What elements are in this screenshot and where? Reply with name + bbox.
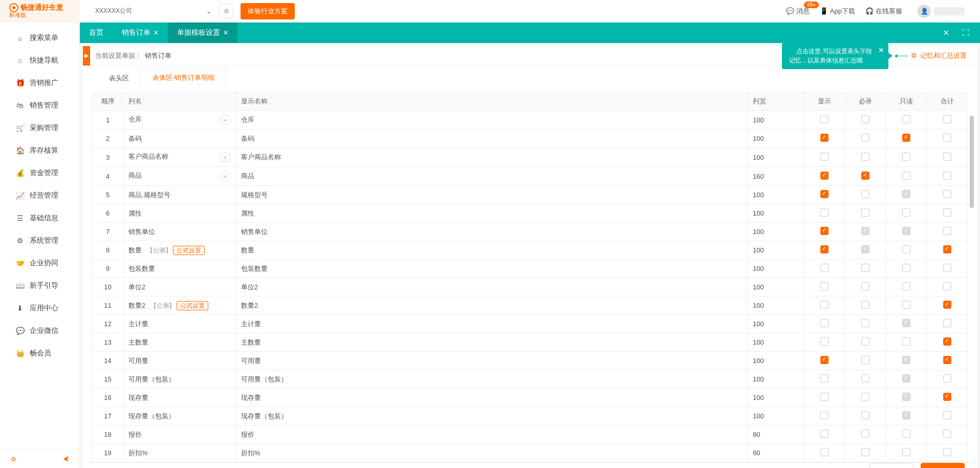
- checkbox[interactable]: [820, 264, 829, 272]
- cell-width[interactable]: 80: [748, 426, 804, 444]
- cell-col[interactable]: 数量2 【公测】 公式设置: [123, 296, 236, 315]
- checkbox[interactable]: [943, 356, 951, 364]
- checkbox[interactable]: [943, 319, 951, 327]
- checkbox[interactable]: [943, 208, 951, 217]
- tab-close-icon[interactable]: ✕: [154, 29, 159, 36]
- formula-setting-link[interactable]: 公式设置: [173, 246, 205, 255]
- cell-col[interactable]: 属性: [123, 204, 236, 223]
- checkbox[interactable]: [902, 337, 910, 346]
- cell-disp[interactable]: 报价: [236, 426, 748, 444]
- user-area[interactable]: 👤: [918, 5, 965, 18]
- cell-width[interactable]: 100: [748, 241, 804, 260]
- cell-width[interactable]: 100: [748, 223, 804, 241]
- cell-col[interactable]: 仓库＋: [123, 111, 236, 130]
- cell-width[interactable]: 100: [748, 352, 804, 370]
- checkbox[interactable]: [902, 245, 910, 253]
- cell-disp[interactable]: 仓库: [236, 111, 748, 130]
- cell-disp[interactable]: 可用量（包装）: [236, 370, 748, 389]
- checkbox[interactable]: [820, 190, 829, 198]
- checkbox[interactable]: [943, 264, 951, 272]
- sidebar-item[interactable]: ⌕搜索菜单: [0, 27, 79, 49]
- tip-close-icon[interactable]: ✕: [878, 46, 884, 55]
- cell-disp[interactable]: 规格型号: [236, 186, 748, 204]
- checkbox[interactable]: [902, 319, 910, 327]
- app-download-link[interactable]: 📱 App下载: [820, 7, 855, 16]
- cell-disp[interactable]: 现存量: [236, 389, 748, 407]
- checkbox[interactable]: [861, 153, 869, 161]
- cell-width[interactable]: 100: [748, 389, 804, 407]
- checkbox[interactable]: [820, 153, 829, 161]
- cell-width[interactable]: 100: [748, 370, 804, 389]
- checkbox[interactable]: [820, 337, 829, 346]
- checkbox[interactable]: [943, 337, 951, 346]
- checkbox[interactable]: [820, 411, 829, 419]
- checkbox[interactable]: [943, 153, 951, 161]
- cell-col[interactable]: 单位2: [123, 278, 236, 296]
- sidebar-item[interactable]: ⬇应用中心: [0, 297, 79, 320]
- messages-link[interactable]: 💬 消息 99+: [786, 7, 810, 16]
- experience-solution-button[interactable]: 体验行业方案: [241, 3, 295, 19]
- checkbox[interactable]: [820, 134, 829, 142]
- sub-tab[interactable]: 表头区: [97, 68, 141, 88]
- cell-col[interactable]: 现存量: [123, 389, 236, 407]
- sidebar-item[interactable]: 📖新手引导: [0, 274, 79, 297]
- checkbox[interactable]: [902, 374, 910, 382]
- checkbox[interactable]: [820, 282, 829, 290]
- cell-disp[interactable]: 数量2: [236, 296, 748, 315]
- sidebar-item[interactable]: 🛍销售管理: [0, 94, 79, 117]
- close-all-tabs-icon[interactable]: ✕: [939, 29, 953, 37]
- settings-gear-icon[interactable]: ⚙: [9, 455, 17, 463]
- checkbox[interactable]: [902, 282, 910, 290]
- cell-disp[interactable]: 单位2: [236, 278, 748, 296]
- tab[interactable]: 销售订单✕: [113, 23, 168, 43]
- cell-disp[interactable]: 商品: [236, 167, 748, 186]
- sidebar-item[interactable]: ☰基础信息: [0, 207, 79, 229]
- formula-setting-link[interactable]: 公式设置: [177, 301, 208, 310]
- cell-width[interactable]: 100: [748, 148, 804, 167]
- save-button[interactable]: 保存: [921, 463, 965, 468]
- checkbox[interactable]: [861, 337, 869, 346]
- cell-width[interactable]: 100: [748, 260, 804, 278]
- checkbox[interactable]: [943, 374, 951, 382]
- checkbox[interactable]: [861, 374, 869, 382]
- checkbox[interactable]: [861, 411, 869, 419]
- checkbox[interactable]: [861, 301, 869, 309]
- cell-disp[interactable]: 可用量: [236, 352, 748, 370]
- checkbox[interactable]: [820, 430, 829, 438]
- checkbox[interactable]: [861, 319, 869, 327]
- cell-width[interactable]: 100: [748, 333, 804, 352]
- memory-summary-link[interactable]: ●── ⚙ 记忆和汇总设置: [895, 51, 967, 60]
- cell-width[interactable]: 100: [748, 111, 804, 130]
- checkbox[interactable]: [902, 430, 910, 438]
- scrollbar-thumb[interactable]: [970, 116, 974, 208]
- checkbox[interactable]: [943, 411, 951, 419]
- cell-col[interactable]: 可用量（包装）: [123, 370, 236, 389]
- checkbox[interactable]: [902, 356, 910, 364]
- cancel-button[interactable]: 取消: [869, 463, 913, 468]
- checkbox[interactable]: [943, 393, 951, 401]
- checkbox[interactable]: [820, 448, 829, 456]
- checkbox[interactable]: [902, 411, 910, 419]
- checkbox[interactable]: [943, 282, 951, 290]
- checkbox[interactable]: [820, 356, 829, 364]
- checkbox[interactable]: [943, 115, 951, 123]
- sidebar-item[interactable]: 💬企业微信: [0, 320, 79, 342]
- checkbox[interactable]: [861, 115, 869, 123]
- cell-disp[interactable]: 客户商品名称: [236, 148, 748, 167]
- checkbox[interactable]: [861, 393, 869, 401]
- cell-disp[interactable]: 现存量（包装）: [236, 407, 748, 426]
- checkbox[interactable]: [861, 448, 869, 456]
- cell-col[interactable]: 可用量: [123, 352, 236, 370]
- cell-width[interactable]: 100: [748, 315, 804, 333]
- checkbox[interactable]: [943, 301, 951, 309]
- sub-tab[interactable]: 表体区-销售订单明细: [141, 68, 226, 88]
- checkbox[interactable]: [820, 208, 829, 217]
- cell-col[interactable]: 销售单位: [123, 223, 236, 241]
- sidebar-item[interactable]: ⚙系统管理: [0, 229, 79, 252]
- checkbox[interactable]: [861, 264, 869, 272]
- checkbox[interactable]: [820, 227, 829, 235]
- cell-col[interactable]: 折扣%: [123, 444, 236, 462]
- cell-width[interactable]: 100: [748, 278, 804, 296]
- cell-col[interactable]: 数量 【公测】 公式设置: [123, 241, 236, 260]
- cell-col[interactable]: 主计量: [123, 315, 236, 333]
